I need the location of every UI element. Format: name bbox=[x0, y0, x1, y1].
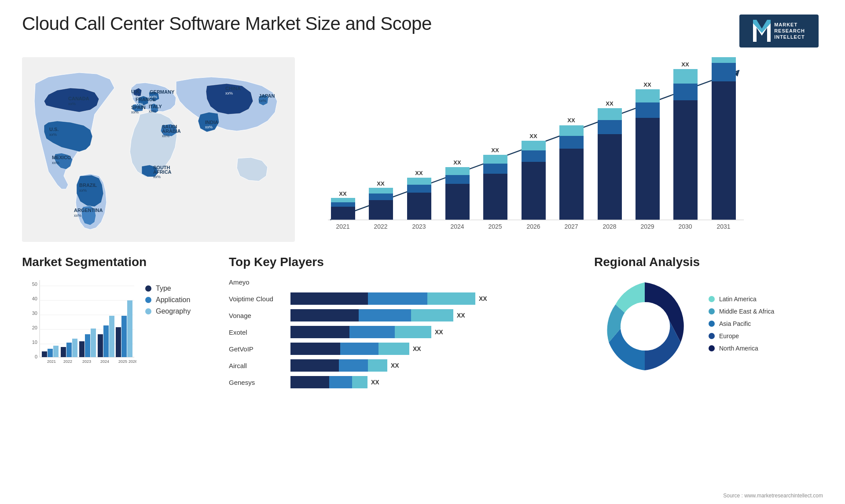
svg-text:JAPAN: JAPAN bbox=[259, 93, 275, 99]
logo-m-icon bbox=[753, 20, 771, 42]
dot-europe bbox=[709, 333, 715, 339]
bar-exotel bbox=[290, 326, 431, 338]
svg-text:ARABIA: ARABIA bbox=[162, 128, 181, 134]
bar-segment-mid bbox=[368, 292, 427, 305]
donut-chart bbox=[594, 276, 695, 377]
svg-text:xx%: xx% bbox=[52, 161, 59, 165]
reg-legend-europe: Europe bbox=[709, 332, 823, 340]
svg-text:40: 40 bbox=[32, 296, 37, 301]
player-bar-voiptime: XX bbox=[290, 292, 581, 305]
svg-text:XX: XX bbox=[681, 61, 689, 68]
svg-rect-70 bbox=[636, 102, 660, 118]
svg-rect-79 bbox=[712, 57, 736, 63]
svg-text:BRAZIL: BRAZIL bbox=[79, 183, 97, 188]
bar-aircall bbox=[290, 359, 387, 372]
svg-rect-114 bbox=[79, 341, 84, 357]
bottom-grid: Market Segmentation 0 10 20 30 40 50 bbox=[22, 255, 823, 393]
regional-content: Latin America Middle East & Africa Asia … bbox=[594, 276, 823, 377]
svg-text:XX: XX bbox=[491, 147, 499, 153]
svg-text:U.S.: U.S. bbox=[49, 127, 59, 132]
regional-legend: Latin America Middle East & Africa Asia … bbox=[709, 296, 823, 357]
svg-rect-116 bbox=[91, 329, 96, 357]
player-name-ameyo: Ameyo bbox=[229, 278, 290, 286]
player-name-exotel: Exotel bbox=[229, 329, 290, 336]
svg-text:50: 50 bbox=[32, 281, 37, 287]
svg-rect-47 bbox=[407, 178, 431, 185]
players-title: Top Key Players bbox=[229, 255, 581, 269]
legend-dot-type bbox=[145, 285, 151, 292]
svg-rect-42 bbox=[369, 194, 393, 200]
svg-rect-61 bbox=[559, 149, 584, 220]
regional-title: Regional Analysis bbox=[594, 255, 823, 269]
player-row-aircall: Aircall XX bbox=[229, 359, 581, 372]
svg-text:SPAIN: SPAIN bbox=[131, 105, 146, 110]
regional-section: Regional Analysis bbox=[594, 255, 823, 393]
svg-text:2022: 2022 bbox=[374, 223, 387, 230]
svg-text:xx%: xx% bbox=[225, 91, 233, 95]
svg-text:2028: 2028 bbox=[603, 223, 616, 230]
player-row-exotel: Exotel XX bbox=[229, 326, 581, 338]
svg-rect-43 bbox=[369, 188, 393, 194]
svg-rect-112 bbox=[72, 339, 77, 357]
player-value-voiptime: XX bbox=[479, 295, 487, 302]
page-container: Cloud Call Center Software Market Size a… bbox=[0, 0, 845, 504]
svg-text:xx%: xx% bbox=[205, 125, 213, 129]
svg-text:xx%: xx% bbox=[153, 175, 161, 179]
legend-dot-application bbox=[145, 297, 151, 303]
svg-text:XX: XX bbox=[529, 133, 537, 139]
svg-text:INDIA: INDIA bbox=[205, 120, 218, 125]
svg-text:xx%: xx% bbox=[259, 99, 266, 103]
svg-text:AFRICA: AFRICA bbox=[153, 169, 172, 175]
bar-genesys bbox=[290, 376, 367, 388]
svg-text:2026: 2026 bbox=[129, 359, 136, 364]
bar-segment-dark bbox=[290, 292, 368, 305]
segmentation-title: Market Segmentation bbox=[22, 255, 216, 269]
source-text: Source : www.marketresearchintellect.com bbox=[723, 493, 823, 499]
main-bar-chart: XX XX XX XX XX bbox=[317, 57, 748, 242]
svg-rect-111 bbox=[66, 343, 72, 357]
legend-application: Application bbox=[145, 296, 191, 304]
svg-rect-75 bbox=[673, 69, 698, 84]
players-section: Top Key Players Ameyo Voiptime Cloud bbox=[229, 255, 581, 393]
player-bar-aircall: XX bbox=[290, 359, 581, 372]
dot-asia-pacific bbox=[709, 321, 715, 327]
svg-text:XX: XX bbox=[377, 180, 385, 187]
svg-rect-73 bbox=[673, 100, 698, 220]
svg-rect-50 bbox=[445, 175, 470, 184]
player-bar-genesys: XX bbox=[290, 376, 581, 388]
dot-north-america bbox=[709, 345, 715, 351]
svg-rect-124 bbox=[127, 300, 132, 357]
logo-box: MARKET RESEARCH INTELLECT bbox=[739, 15, 819, 47]
svg-rect-62 bbox=[559, 136, 584, 149]
svg-text:2023: 2023 bbox=[412, 223, 426, 230]
svg-rect-69 bbox=[636, 118, 660, 220]
svg-text:XX: XX bbox=[339, 190, 347, 197]
logo-area: MARKET RESEARCH INTELLECT bbox=[735, 13, 823, 48]
bar-segment-light bbox=[427, 292, 475, 305]
svg-text:2026: 2026 bbox=[526, 223, 540, 230]
svg-rect-39 bbox=[331, 198, 355, 202]
player-value-getvoip: XX bbox=[413, 345, 421, 352]
svg-text:30: 30 bbox=[32, 310, 37, 316]
svg-text:2024: 2024 bbox=[100, 359, 109, 364]
svg-rect-37 bbox=[331, 207, 355, 220]
player-row-genesys: Genesys XX bbox=[229, 376, 581, 388]
svg-text:xx%: xx% bbox=[68, 102, 76, 106]
svg-text:2023: 2023 bbox=[82, 359, 91, 364]
svg-rect-107 bbox=[48, 349, 53, 357]
player-bar-exotel: XX bbox=[290, 326, 581, 338]
player-value-vonage: XX bbox=[457, 312, 465, 319]
dot-latin-america bbox=[709, 296, 715, 302]
svg-text:2025: 2025 bbox=[118, 359, 127, 364]
svg-text:xx%: xx% bbox=[74, 213, 81, 218]
bar-vonage bbox=[290, 309, 453, 321]
legend-geography: Geography bbox=[145, 307, 191, 315]
svg-rect-119 bbox=[103, 325, 109, 357]
svg-rect-54 bbox=[483, 164, 507, 174]
player-name-aircall: Aircall bbox=[229, 362, 290, 369]
svg-text:xx%: xx% bbox=[131, 110, 139, 114]
player-bar-vonage: XX bbox=[290, 309, 581, 321]
svg-rect-66 bbox=[598, 120, 622, 134]
svg-rect-74 bbox=[673, 84, 698, 100]
svg-text:2027: 2027 bbox=[564, 223, 578, 230]
